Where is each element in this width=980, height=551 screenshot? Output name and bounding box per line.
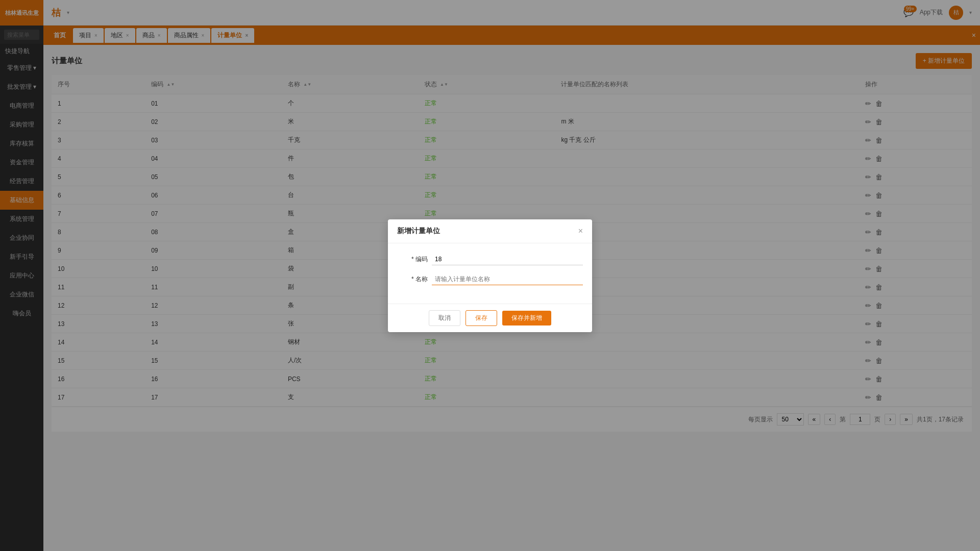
modal-header: 新增计量单位 × xyxy=(388,219,592,243)
code-label: * 编码 xyxy=(397,255,428,264)
save-and-new-button[interactable]: 保存并新增 xyxy=(502,311,551,325)
modal-close-button[interactable]: × xyxy=(578,227,583,236)
modal-body: * 编码 * 名称 xyxy=(388,243,592,304)
name-input[interactable] xyxy=(432,273,583,285)
cancel-button[interactable]: 取消 xyxy=(429,310,460,326)
modal-title: 新增计量单位 xyxy=(397,227,440,236)
name-label: * 名称 xyxy=(397,275,428,284)
name-form-row: * 名称 xyxy=(397,273,583,285)
modal-overlay: 新增计量单位 × * 编码 * 名称 取消 保存 保存并新增 xyxy=(0,0,980,551)
code-form-row: * 编码 xyxy=(397,254,583,265)
add-unit-modal: 新增计量单位 × * 编码 * 名称 取消 保存 保存并新增 xyxy=(388,219,592,332)
code-input[interactable] xyxy=(432,254,583,265)
modal-footer: 取消 保存 保存并新增 xyxy=(388,304,592,332)
save-button[interactable]: 保存 xyxy=(465,310,497,326)
